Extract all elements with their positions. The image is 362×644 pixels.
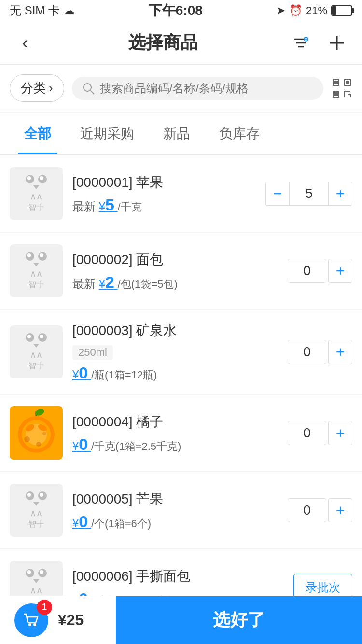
product-name: [0000002] 面包 [72,251,278,269]
tabs-bar: 全部 近期采购 新品 负库存 [0,113,362,155]
svg-line-8 [90,90,94,94]
quantity-increase-button[interactable]: + [328,182,352,206]
product-price: 最新 ¥2 /包(1袋=5包) [72,273,278,292]
search-icon [82,82,95,95]
product-thumbnail: ∧∧ 智十 [10,167,63,220]
quantity-control: − + [265,182,352,206]
filter-button[interactable] [291,32,312,54]
quantity-input[interactable] [288,259,326,283]
filter-bar: 分类 › [0,65,362,112]
add-icon [328,34,346,52]
product-spec: 250ml [72,345,113,360]
back-icon: ‹ [22,33,28,53]
quantity-input[interactable] [288,340,326,364]
status-time: 下午6:08 [149,1,203,20]
cart-section: 1 ¥25 [0,603,116,637]
list-item: [0000004] 橘子 ¥0 /千克(1箱=2.5千克) + [0,395,362,471]
confirm-button[interactable]: 选好了 [116,596,362,644]
product-image [10,406,63,460]
quantity-increase-button[interactable]: + [328,498,352,522]
category-label: 分类 [21,80,46,97]
svg-point-4 [305,38,307,40]
status-bar: 无 SIM 卡 ☁ 下午6:08 ➤ ⏰ 21% [0,0,362,21]
page-title: 选择商品 [128,31,198,55]
sim-status: 无 SIM 卡 ☁ [10,3,75,18]
cart-icon [22,611,41,630]
quantity-control: + [288,340,352,364]
product-info: [0000005] 芒果 ¥0 /个(1箱=6个) [72,490,278,531]
quantity-input[interactable] [288,421,326,445]
tab-new[interactable]: 新品 [149,113,205,154]
svg-point-7 [84,84,91,91]
product-price: 最新 ¥5 /千克 [72,196,256,214]
tab-negative[interactable]: 负库存 [205,113,274,154]
status-right: ➤ ⏰ 21% [277,4,352,17]
quantity-decrease-button[interactable]: − [265,182,290,206]
product-name: [0000001] 苹果 [72,173,256,192]
product-info: [0000003] 矿泉水 250ml ¥0 /瓶(1箱=12瓶) [72,322,278,382]
alarm-icon: ⏰ [289,4,302,17]
product-name: [0000005] 芒果 [72,490,278,508]
quantity-increase-button[interactable]: + [328,421,352,445]
scan-button[interactable] [331,78,352,99]
product-info: [0000004] 橘子 ¥0 /千克(1箱=2.5千克) [72,413,278,454]
cart-total: ¥25 [58,611,84,629]
tab-all[interactable]: 全部 [10,113,66,154]
search-input[interactable] [100,82,314,95]
product-thumbnail: ∧∧ 智十 [10,244,63,297]
quantity-input[interactable] [290,182,328,206]
status-left: 无 SIM 卡 ☁ [10,3,75,18]
nav-bar: ‹ 选择商品 [0,21,362,65]
svg-rect-13 [346,81,349,84]
quantity-increase-button[interactable]: + [328,259,352,283]
svg-point-28 [42,432,46,435]
category-button[interactable]: 分类 › [10,74,64,102]
svg-point-29 [28,623,31,626]
svg-point-27 [36,442,41,447]
product-thumbnail [10,406,63,460]
cart-badge: 1 [37,600,52,615]
battery-percent: 21% [306,4,327,17]
quantity-control: + [288,498,352,522]
product-info: [0000002] 面包 最新 ¥2 /包(1袋=5包) [72,251,278,292]
cart-icon-wrap[interactable]: 1 [14,603,48,637]
search-box[interactable] [72,77,323,100]
product-name: [0000004] 橘子 [72,413,278,431]
list-item: ∧∧ 智十 [0000002] 面包 最新 ¥2 /包(1袋=5包) + [0,233,362,309]
product-list: ∧∧ 智十 [0000001] 苹果 最新 ¥5 /千克 − + [0,155,362,644]
add-button[interactable] [326,32,348,54]
svg-rect-12 [334,81,338,84]
quantity-control: + [288,259,352,283]
product-thumbnail: ∧∧ 智十 [10,325,63,378]
product-price: ¥0 /瓶(1箱=12瓶) [72,364,278,382]
product-thumbnail: ∧∧ 智十 [10,484,63,537]
list-item: ∧∧ 智十 [0000005] 芒果 ¥0 /个(1箱=6个) + [0,472,362,548]
battery-icon [331,5,352,16]
product-price: ¥0 /个(1箱=6个) [72,512,278,531]
scan-icon [331,78,352,99]
filter-icon [292,34,310,52]
quantity-input[interactable] [288,498,326,522]
bottom-bar: 1 ¥25 选好了 [0,596,362,644]
svg-point-30 [33,623,36,626]
product-name: [0000006] 手撕面包 [72,567,284,586]
quantity-increase-button[interactable]: + [328,340,352,364]
list-item: ∧∧ 智十 [0000001] 苹果 最新 ¥5 /千克 − + [0,155,362,232]
nav-icons [291,32,348,54]
product-price: ¥0 /千克(1箱=2.5千克) [72,435,278,454]
category-chevron: › [49,81,53,96]
tab-recent[interactable]: 近期采购 [66,113,149,154]
list-item: ∧∧ 智十 [0000003] 矿泉水 250ml ¥0 /瓶(1箱=12瓶) … [0,310,362,394]
svg-point-26 [24,436,30,442]
product-name: [0000003] 矿泉水 [72,322,278,340]
back-button[interactable]: ‹ [14,32,36,54]
product-info: [0000001] 苹果 最新 ¥5 /千克 [72,173,256,214]
quantity-control: + [288,421,352,445]
svg-rect-14 [334,92,338,96]
location-icon: ➤ [277,4,285,17]
